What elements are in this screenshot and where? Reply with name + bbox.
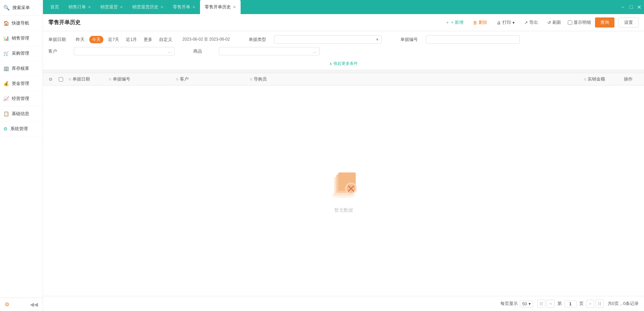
query-button[interactable]: 查询 (595, 17, 614, 28)
new-icon: ＋ (445, 19, 450, 25)
last-page-button[interactable]: ⟩⟩ (596, 300, 604, 308)
tab-close-sales-return-history[interactable]: ✕ (160, 5, 163, 9)
next-page-button[interactable]: ＞ (586, 300, 594, 308)
collapse-bar[interactable]: ∧ 收起更多条件 (48, 59, 639, 67)
refresh-icon: ↺ (547, 20, 551, 25)
sidebar-icon-system-mgmt: ⚙ (3, 126, 8, 132)
select-all-checkbox[interactable] (56, 77, 66, 82)
customer-filter-select[interactable]: ... (74, 47, 175, 55)
page-suffix: 页 (579, 301, 584, 307)
prev-page-button[interactable]: ＜ (547, 300, 555, 308)
tab-close-retail-history[interactable]: ✕ (233, 5, 236, 9)
sidebar-footer: ⚙ ◀◀ (0, 298, 43, 311)
empty-icon (327, 168, 360, 202)
close-window-icon[interactable]: ✕ (637, 4, 641, 10)
sort-icon-amount: ⇅ (584, 77, 586, 81)
select-all-input[interactable] (59, 77, 63, 82)
date-option-自定义[interactable]: 自定义 (157, 36, 174, 43)
first-page-button[interactable]: ⟨⟨ (537, 300, 545, 308)
type-filter-select[interactable]: ▾ (274, 35, 382, 44)
th-customer-label: 客户 (180, 76, 189, 82)
date-option-近7天[interactable]: 近7天 (106, 36, 121, 43)
refresh-button[interactable]: ↺ 刷新 (545, 18, 564, 27)
page-input[interactable] (564, 300, 577, 307)
th-amount[interactable]: ⇅ 实销金额 (581, 76, 621, 82)
delete-label: 删除 (479, 19, 487, 25)
date-range-value: 2023-06-02 至 2023-06-02 (182, 37, 230, 42)
sidebar-search[interactable]: 🔍 搜索采单 (0, 0, 43, 16)
sidebar: 🔍 搜索采单 🏠快捷导航📊销售管理🛒采购管理🏢库存核算💰资金管理📈经营管理📋基础… (0, 0, 43, 311)
goods-filter-select[interactable]: ... (219, 47, 319, 55)
tab-bar: 首页销售订单✕销货退货✕销货退货历史✕零售开单✕零售开单历史✕ － □ ✕ (43, 0, 644, 14)
sidebar-label-inventory: 库存核算 (12, 65, 29, 71)
sidebar-nav: 🏠快捷导航📊销售管理🛒采购管理🏢库存核算💰资金管理📈经营管理📋基础信息⚙系统管理 (0, 16, 43, 298)
date-filter-label: 单据日期 (48, 37, 68, 43)
th-action: 操作 (621, 76, 641, 82)
column-settings-icon[interactable]: ⚙ (46, 77, 56, 82)
export-button[interactable]: ↗ 导出 (522, 18, 541, 27)
tab-close-sales-return[interactable]: ✕ (120, 5, 123, 9)
date-option-今天[interactable]: 今天 (89, 36, 103, 43)
th-num-label: 单据编号 (113, 76, 130, 82)
minimize-icon[interactable]: － (620, 4, 626, 11)
th-customer[interactable]: ⇅ 客户 (173, 76, 247, 82)
page-label: 第 (557, 301, 562, 307)
tab-label-home: 首页 (50, 4, 59, 10)
th-guide-label: 导购员 (254, 76, 267, 82)
sidebar-item-basic-info[interactable]: 📋基础信息 (0, 106, 43, 121)
sidebar-icon-finance: 💰 (3, 81, 9, 86)
collapse-sidebar-icon[interactable]: ◀◀ (30, 301, 38, 308)
th-guide[interactable]: ⇅ 导购员 (247, 76, 287, 82)
date-options: 昨天今天近7天近1月更多自定义 (74, 36, 174, 43)
th-date[interactable]: ⇅ 单据日期 (66, 76, 106, 82)
sidebar-label-purchase-mgmt: 采购管理 (12, 50, 29, 56)
date-option-昨天[interactable]: 昨天 (74, 36, 87, 43)
sort-icon-num: ⇅ (109, 77, 111, 81)
page-title: 零售开单历史 (48, 19, 81, 26)
tab-retail-open[interactable]: 零售开单✕ (168, 0, 200, 14)
tab-sales-return-history[interactable]: 销货退货历史✕ (128, 0, 168, 14)
table-area: ⚙ ⇅ 单据日期 ⇅ 单据编号 ⇅ 客户 ⇅ 导购员 ⇅ 实销金额 (43, 73, 644, 311)
sort-icon-guide: ⇅ (250, 77, 252, 81)
tab-close-retail-open[interactable]: ✕ (192, 5, 195, 9)
tab-label-sales-return-history: 销货退货历史 (132, 4, 158, 10)
sidebar-label-sales-mgmt: 销售管理 (12, 35, 29, 41)
sidebar-item-quick-nav[interactable]: 🏠快捷导航 (0, 16, 43, 31)
new-label: + 新增 (451, 19, 463, 25)
page-size-box[interactable]: 50 ▾ (520, 300, 533, 307)
display-detail-input[interactable] (568, 20, 572, 25)
date-option-近1月[interactable]: 近1月 (124, 36, 139, 43)
tab-close-sales-order[interactable]: ✕ (88, 5, 91, 9)
display-detail-checkbox[interactable]: 显示明细 (568, 19, 591, 25)
date-option-更多[interactable]: 更多 (142, 36, 154, 43)
filter-row-date: 单据日期 昨天今天近7天近1月更多自定义 2023-06-02 至 2023-0… (48, 35, 639, 44)
th-num[interactable]: ⇅ 单据编号 (106, 76, 173, 82)
settings-icon[interactable]: ⚙ (5, 301, 9, 308)
empty-state: 暂无数据 (43, 86, 644, 296)
tab-sales-order[interactable]: 销售订单✕ (64, 0, 96, 14)
per-page-value: 50 (522, 301, 527, 306)
display-detail-label: 显示明细 (574, 19, 591, 25)
tab-sales-return[interactable]: 销货退货✕ (96, 0, 128, 14)
sidebar-item-inventory[interactable]: 🏢库存核算 (0, 61, 43, 76)
print-dropdown-icon: ▾ (512, 20, 515, 25)
new-button[interactable]: ＋ + 新增 (443, 18, 466, 27)
per-page-label: 每页显示 (500, 301, 518, 307)
sidebar-label-system-mgmt: 系统管理 (10, 126, 28, 132)
sidebar-item-operations[interactable]: 📈经营管理 (0, 91, 43, 106)
num-filter-input[interactable] (426, 35, 520, 44)
sidebar-item-system-mgmt[interactable]: ⚙系统管理 (0, 121, 43, 137)
tab-retail-history[interactable]: 零售开单历史✕ (200, 0, 241, 14)
sidebar-label-finance: 资金管理 (12, 81, 29, 87)
delete-button[interactable]: 🗑 删除 (470, 18, 490, 27)
th-amount-label: 实销金额 (588, 76, 605, 82)
tab-home[interactable]: 首页 (46, 0, 64, 14)
sidebar-item-finance[interactable]: 💰资金管理 (0, 76, 43, 91)
type-select-arrow: ▾ (376, 37, 379, 42)
set-button[interactable]: 设置 (618, 17, 639, 28)
sidebar-item-sales-mgmt[interactable]: 📊销售管理 (0, 31, 43, 46)
maximize-icon[interactable]: □ (630, 4, 633, 10)
print-button[interactable]: 🖨 打印 ▾ (494, 18, 517, 27)
sidebar-item-purchase-mgmt[interactable]: 🛒采购管理 (0, 46, 43, 61)
export-label: 导出 (529, 19, 538, 25)
